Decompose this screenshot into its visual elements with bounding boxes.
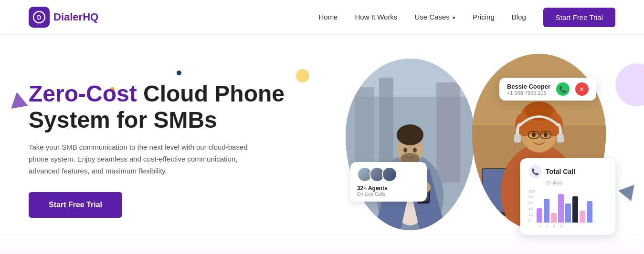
navbar: D DialerHQ Home How It Works Use Cases ▾… bbox=[0, 0, 644, 35]
agents-count: 32+ Agents bbox=[357, 185, 420, 192]
call-card-info: Bessie Cooper +1 568 7985 215 bbox=[507, 83, 550, 96]
bar-1 bbox=[537, 208, 542, 223]
svg-rect-36 bbox=[557, 134, 564, 142]
deco-triangle-right bbox=[618, 185, 639, 204]
svg-point-34 bbox=[544, 132, 548, 137]
deco-circle-purple bbox=[615, 63, 644, 106]
nav-links: Home How It Works Use Cases ▾ Pricing Bl… bbox=[318, 8, 615, 27]
deco-triangle-left bbox=[8, 91, 28, 109]
svg-text:D: D bbox=[37, 14, 42, 21]
chart-bars bbox=[537, 189, 592, 223]
total-call-card: 📞 Total Call 15 days 100 80 60 40 20 0 bbox=[520, 158, 615, 235]
nav-pricing[interactable]: Pricing bbox=[473, 13, 495, 21]
agents-status: On Live Calls bbox=[357, 192, 420, 197]
svg-point-15 bbox=[413, 148, 417, 152]
svg-point-13 bbox=[397, 124, 423, 145]
hero-cta-button[interactable]: Start Free Trial bbox=[29, 192, 122, 218]
nav-use-cases[interactable]: Use Cases ▾ bbox=[414, 13, 455, 21]
chart-y-labels: 100 80 60 40 20 0 bbox=[528, 189, 535, 223]
total-call-header: 📞 Total Call bbox=[528, 165, 607, 178]
logo-text: DialerHQ bbox=[53, 11, 98, 23]
bar-8 bbox=[587, 201, 592, 223]
nav-blog[interactable]: Blog bbox=[512, 13, 526, 21]
accept-call-button[interactable]: 📞 bbox=[556, 82, 570, 96]
nav-home[interactable]: Home bbox=[318, 13, 338, 21]
hero-heading-highlight: Zero-Cost bbox=[29, 81, 137, 106]
call-card: Bessie Cooper +1 568 7985 215 📞 ✕ bbox=[499, 78, 596, 101]
decline-call-button[interactable]: ✕ bbox=[575, 82, 589, 96]
bar-6 bbox=[572, 196, 578, 223]
total-call-subtitle: 15 days bbox=[546, 180, 607, 185]
bar-2 bbox=[544, 199, 549, 223]
logo-icon: D bbox=[29, 7, 50, 28]
svg-rect-35 bbox=[514, 134, 521, 142]
logo[interactable]: D DialerHQ bbox=[29, 7, 98, 28]
nav-cta[interactable]: Start Free Trial bbox=[543, 8, 615, 27]
deco-dot-navy bbox=[177, 71, 181, 75]
hero-image-man bbox=[346, 59, 475, 230]
agents-avatars bbox=[357, 167, 420, 182]
caller-name: Bessie Cooper bbox=[507, 83, 550, 90]
agents-card: 32+ Agents On Live Calls bbox=[350, 162, 427, 202]
bar-3 bbox=[551, 213, 557, 223]
phone-icon: 📞 bbox=[528, 165, 542, 178]
bar-5 bbox=[565, 203, 571, 223]
total-call-title: Total Call bbox=[546, 168, 575, 175]
caller-number: +1 568 7985 215 bbox=[507, 90, 550, 96]
logo-part1: Dialer bbox=[53, 11, 83, 23]
bar-7 bbox=[580, 211, 585, 223]
logo-part2: HQ bbox=[83, 11, 98, 23]
hero-description: Take your SMB communication to the next … bbox=[29, 142, 267, 177]
hero-content: Zero-Cost Cloud Phone System for SMBs Ta… bbox=[29, 81, 346, 218]
svg-point-33 bbox=[532, 132, 536, 137]
chart-x-labels: 0 1 2 3 bbox=[537, 224, 592, 228]
bar-4 bbox=[558, 194, 564, 223]
svg-point-14 bbox=[403, 148, 407, 152]
chevron-down-icon: ▾ bbox=[453, 15, 455, 20]
hero-images: Bessie Cooper +1 568 7985 215 📞 ✕ 32+ Ag… bbox=[346, 49, 615, 249]
svg-rect-7 bbox=[436, 82, 460, 183]
agent-avatar-3 bbox=[382, 167, 397, 182]
nav-how-it-works[interactable]: How It Works bbox=[355, 13, 397, 21]
hero-heading: Zero-Cost Cloud Phone System for SMBs bbox=[29, 81, 336, 133]
hero-section: Zero-Cost Cloud Phone System for SMBs Ta… bbox=[0, 35, 644, 254]
